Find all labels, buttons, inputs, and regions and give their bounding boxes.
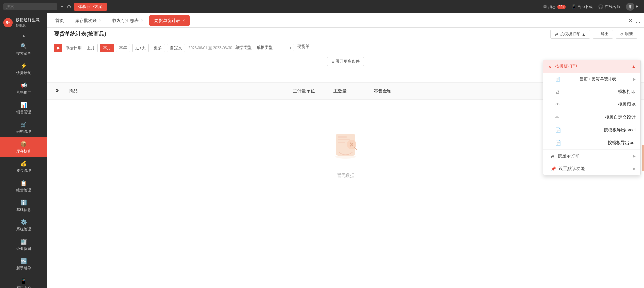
- dropdown-current-template[interactable]: 📄 当前：要货单统计表 ▶: [543, 73, 640, 85]
- dropdown-item-template-design[interactable]: ✏ 模板自定义设计: [543, 111, 640, 124]
- sidebar-item-purchase[interactable]: 🛒 采购管理: [0, 118, 47, 137]
- date-filter-label: 单据日期: [65, 45, 82, 51]
- tab-label: 要货单统计表: [154, 18, 180, 24]
- order-type-select[interactable]: 单据类型 要货单: [254, 44, 294, 51]
- set-default-arrow: ▶: [633, 166, 636, 171]
- last7-btn[interactable]: 近7天: [132, 44, 149, 52]
- this-year-btn[interactable]: 本年: [116, 44, 130, 52]
- sidebar-item-appstore[interactable]: 📱 应用中心: [0, 274, 47, 288]
- marketing-icon: 📢: [20, 82, 27, 89]
- dropdown-group-display-print[interactable]: 🖨 按显示打印 ▶: [543, 150, 640, 162]
- dropdown-item-export-excel[interactable]: 📄 按模板导出excel: [543, 124, 640, 136]
- tab-label: 库存批次账: [75, 18, 97, 24]
- dropdown-header[interactable]: 🖨 按模板打印 ▲: [543, 60, 640, 73]
- tab-home[interactable]: 首页: [51, 15, 69, 26]
- guide-icon: 🆕: [20, 258, 27, 264]
- basic-icon: ℹ️: [20, 199, 27, 206]
- tab-close-order[interactable]: ✕: [182, 19, 185, 22]
- refresh-btn[interactable]: ↻ 刷新: [616, 30, 637, 39]
- tab-inventory-batch[interactable]: 库存批次账 ✕: [70, 15, 106, 26]
- dropdown-item-export-pdf[interactable]: 📄 按模板导出pdf: [543, 136, 640, 149]
- page-title: 要货单统计表(按商品): [54, 31, 106, 38]
- app-icon: 📱: [571, 4, 576, 9]
- quick-nav-icon: ⚡: [20, 63, 27, 69]
- export-btn[interactable]: ↑ 导出: [593, 30, 613, 39]
- this-month-btn[interactable]: 本月: [100, 44, 114, 52]
- sidebar: 好 畅捷通好生意 标准版 ▲ 🔍 搜索菜单 ⚡ 快捷导航 📢 营销推广 📊 销售: [0, 13, 47, 288]
- dropdown-section-items: 🖨 模板打印 👁 模板预览 ✏ 模板自定义设计 📄 按模板导出excel: [543, 85, 640, 150]
- search-icon: 🔍: [20, 43, 27, 50]
- sidebar-item-quick-nav[interactable]: ⚡ 快捷导航: [0, 59, 47, 79]
- expand-btn[interactable]: ▶: [54, 44, 62, 52]
- page-header-actions: 🖨 按模板打印 ▲ ↑ 导出 ↻ 刷新: [550, 30, 637, 39]
- operation-icon: 📋: [20, 180, 27, 186]
- sidebar-item-operation[interactable]: 📋 经营管理: [0, 177, 47, 196]
- sidebar-item-finance[interactable]: 💰 资金管理: [0, 157, 47, 177]
- user-avatar[interactable]: 用 Rit: [626, 3, 641, 11]
- dropdown-item-template-preview[interactable]: 👁 模板预览: [543, 98, 640, 111]
- purchase-icon: 🛒: [20, 121, 27, 128]
- sidebar-item-label: 基础信息: [16, 207, 31, 212]
- sidebar-item-system[interactable]: ⚙️ 系统管理: [0, 216, 47, 235]
- sidebar-item-sales[interactable]: 📊 销售管理: [0, 98, 47, 118]
- dropdown-arrow-icon: ▼: [60, 4, 64, 9]
- logo-text-wrap: 畅捷通好生意 标准版: [16, 18, 40, 28]
- tab-label: 收发存汇总表: [112, 18, 139, 24]
- sidebar-item-label: 应用中心: [16, 285, 31, 288]
- display-print-arrow: ▶: [633, 154, 636, 158]
- export-excel-icon: 📄: [555, 127, 561, 133]
- finance-icon: 💰: [20, 160, 27, 167]
- table-col-settings[interactable]: ⚙: [54, 86, 67, 96]
- online-service-item[interactable]: 🎧 在线客服: [598, 4, 621, 10]
- sidebar-item-enterprise[interactable]: 🏢 企业协同: [0, 235, 47, 255]
- export-excel-label: 按模板导出excel: [604, 127, 636, 133]
- tab-receipt-summary[interactable]: 收发存汇总表 ✕: [108, 15, 148, 26]
- sidebar-item-label: 系统管理: [16, 227, 31, 232]
- top-bar: ▼ ⚙ 体验行业方案 ✉ 消息 99+ 📱 App下载 🎧 在线客服 用 Rit: [0, 0, 644, 13]
- current-template-icon: 📄: [555, 77, 560, 82]
- table-col-goods: 商品: [67, 86, 292, 96]
- sidebar-item-label: 新手引导: [16, 266, 31, 271]
- empty-text: 暂无数据: [337, 172, 354, 179]
- tab-close-all-btn[interactable]: ✕: [628, 17, 633, 24]
- tab-expand-btn[interactable]: ⛶: [635, 18, 641, 24]
- set-default-label: 设置默认功能: [559, 166, 585, 172]
- industry-btn[interactable]: 体验行业方案: [74, 3, 107, 11]
- dropdown-item-template-print[interactable]: 🖨 模板打印: [543, 85, 640, 98]
- expand-more-btn[interactable]: ≡ 展开更多条件: [327, 57, 364, 66]
- date-range-display: 2023-06-01 至 2023-06-30: [188, 45, 232, 51]
- sidebar-item-guide[interactable]: 🆕 新手引导: [0, 255, 47, 274]
- message-badge: 99+: [557, 5, 566, 9]
- sidebar-scroll-up-btn[interactable]: ▲: [0, 32, 47, 40]
- sidebar-item-inventory[interactable]: 📦 库存核算: [0, 137, 47, 157]
- export-pdf-label: 按模板导出pdf: [608, 140, 636, 146]
- more-btn[interactable]: 更多: [151, 44, 165, 52]
- tab-close-inventory-batch[interactable]: ✕: [99, 19, 101, 22]
- sidebar-item-search[interactable]: 🔍 搜索菜单: [0, 40, 47, 59]
- tab-order-summary[interactable]: 要货单统计表 ✕: [149, 15, 190, 26]
- logo-text: 畅捷通好生意: [16, 18, 40, 23]
- last-month-btn[interactable]: 上月: [84, 44, 98, 52]
- print-template-label: 按模板打印: [560, 31, 580, 37]
- dropdown-header-left: 🖨 按模板打印: [548, 63, 577, 69]
- message-item[interactable]: ✉ 消息 99+: [543, 4, 566, 10]
- settings-icon[interactable]: ⚙: [67, 4, 71, 10]
- sidebar-item-label: 营销推广: [16, 90, 31, 95]
- avatar-icon: 用: [626, 3, 634, 11]
- tab-close-receipt[interactable]: ✕: [141, 19, 143, 22]
- app-download-label: App下载: [578, 4, 593, 10]
- sidebar-item-label: 快捷导航: [16, 70, 31, 75]
- table-col-retail: 零售金额: [373, 86, 413, 96]
- sidebar-item-marketing[interactable]: 📢 营销推广: [0, 79, 47, 98]
- search-input[interactable]: [3, 3, 57, 10]
- current-template-label: 当前：要货单统计表: [580, 76, 616, 82]
- app-download-item[interactable]: 📱 App下载: [571, 4, 593, 10]
- dropdown-collapse-icon: ▲: [632, 64, 636, 69]
- custom-btn[interactable]: 自定义: [167, 44, 185, 52]
- refresh-label: 刷新: [625, 31, 633, 37]
- print-template-btn[interactable]: 🖨 按模板打印 ▲: [550, 30, 590, 39]
- dropdown-group-set-default[interactable]: 📌 设置默认功能 ▶: [543, 162, 640, 175]
- expand-more-icon: ≡: [331, 59, 334, 64]
- online-service-label: 在线客服: [605, 4, 621, 10]
- sidebar-item-basic[interactable]: ℹ️ 基础信息: [0, 196, 47, 216]
